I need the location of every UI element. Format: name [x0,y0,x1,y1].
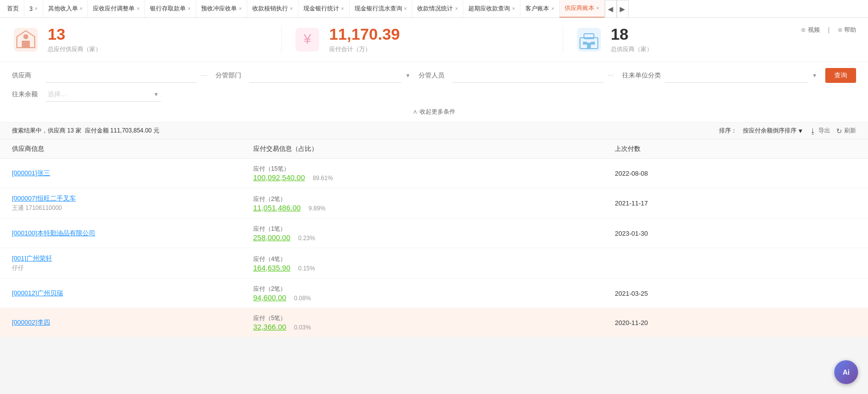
table-row: [000001]张三 应付（15笔） 100,092,540.00 89.61%… [0,159,868,188]
nav-tab-other-income[interactable]: 其他收入单 × [43,0,88,18]
filter-person-input[interactable] [452,68,603,83]
collapse-button[interactable]: ∧ 收起更多条件 [12,106,856,118]
payable-suppliers-label: 总应付供应商（家） [48,45,101,54]
sort-value: 按应付余额倒序排序 [743,127,796,135]
nav-tab-cash-stats-close[interactable]: × [341,6,344,11]
supplier-link-1[interactable]: [000001]张三 [12,169,253,178]
result-amount-label: 应付金额 [85,127,109,134]
sort-select[interactable]: 按应付余额倒序排序 ▼ [743,127,803,135]
filter-balance-select[interactable]: 选择... ▼ [46,87,161,102]
trans-percent-3: 0.23% [298,235,315,242]
nav-tab-cash-stats[interactable]: 现金银行统计 × [298,0,350,18]
export-icon: ⭳ [809,127,816,135]
supplier-info-3: [000100]本特勤油品有限公司 [12,229,253,238]
nav-tab-bank-deposit-close[interactable]: × [188,6,191,11]
nav-tab-collection-stats-label: 收款情况统计 [417,4,453,13]
trans-percent-4: 0.15% [298,265,315,272]
trans-amount-6[interactable]: 32,366.00 [253,323,287,331]
filter-category-input[interactable] [665,68,808,83]
filter-balance-label: 往来余额 [12,90,42,99]
nav-tab-customer-ledger[interactable]: 客户账本 × [520,0,560,18]
trans-amount-1[interactable]: 100,092,540.00 [253,173,305,182]
supplier-dots-icon[interactable]: ··· [201,71,207,80]
nav-tab-ar-ap-adjust-close[interactable]: × [137,6,140,11]
summary-bar: 13 总应付供应商（家） ¥ 11,170.39 应付合计（万） [0,18,868,62]
trans-amount-4[interactable]: 164,635.90 [253,263,290,272]
supplier-info-6: [000002]李四 [12,318,253,327]
last-pay-5: 2021-03-25 [615,290,856,297]
nav-tab-payment-exec-close[interactable]: × [290,6,293,11]
table-row: [000002]李四 应付（5笔） 32,366.00 0.03% 2020-1… [0,308,868,337]
supplier-link-5[interactable]: [000012]广州贝瑞 [12,289,253,298]
refresh-button[interactable]: ↻ 刷新 [836,127,856,135]
trans-amount-5[interactable]: 94,600.00 [253,293,287,302]
nav-tab-prepay-offset-close[interactable]: × [239,6,242,11]
summary-help: ⊙ 视频 ｜ ⊙ 帮助 [801,26,856,34]
nav-tab-3-label: 3 [29,5,33,12]
col-header-lastpay: 上次付数 [615,144,856,153]
nav-tab-customer-ledger-close[interactable]: × [551,6,554,11]
nav-tab-cash-stats-label: 现金银行统计 [303,4,339,13]
filter-dept-input[interactable] [249,68,402,83]
balance-chevron-icon[interactable]: ▼ [153,91,159,97]
svg-rect-9 [583,42,587,45]
help-link[interactable]: ⊙ 帮助 [838,26,856,34]
filter-supplier-label: 供应商 [12,71,42,80]
sort-label: 排序： [719,127,737,135]
nav-tab-cash-flow-close[interactable]: × [404,6,407,11]
dept-chevron-icon[interactable]: ▼ [405,72,411,78]
nav-tab-3-close[interactable]: × [35,6,38,11]
transaction-info-6: 应付（5笔） 32,366.00 0.03% [253,314,615,331]
category-chevron-icon[interactable]: ▼ [812,72,817,78]
nav-tab-prepay-offset[interactable]: 预收冲应收单 × [196,0,247,18]
search-button[interactable]: 查询 [825,68,856,83]
trans-amount-2[interactable]: 11,051,486.00 [253,203,301,212]
nav-tab-collection-stats[interactable]: 收款情况统计 × [412,0,463,18]
supplier-info-4: [001]广州荣轩 仔仔 [12,254,253,272]
trans-percent-2: 9.89% [308,205,325,212]
result-info: 搜索结果中，供应商 13 家 应付金额 111,703,854.00 元 [12,127,159,135]
nav-tab-overdue-query[interactable]: 超期应收款查询 × [463,0,520,18]
trans-amount-3[interactable]: 258,000.00 [253,233,290,242]
payable-total-text: 11,170.39 应付合计（万） [329,26,400,54]
video-link[interactable]: ⊙ 视频 [801,26,819,34]
transaction-info-4: 应付（4笔） 164,635.90 0.15% [253,255,615,272]
filter-supplier: 供应商 ··· [12,68,208,83]
person-dots-icon[interactable]: ··· [607,71,614,80]
supplier-link-2[interactable]: [000007]恒旺二手叉车 [12,194,253,203]
trans-label-6: 应付（5笔） [253,314,615,323]
export-button[interactable]: ⭳ 导出 [809,127,830,135]
nav-tab-home[interactable]: 首页 [2,0,24,18]
nav-tab-overdue-query-close[interactable]: × [512,6,515,11]
last-pay-3: 2023-01-30 [615,230,856,237]
nav-tab-ar-ap-adjust[interactable]: 应收应付调整单 × [88,0,145,18]
nav-tab-bank-deposit[interactable]: 银行存取款单 × [145,0,196,18]
supplier-link-4[interactable]: [001]广州荣轩 [12,254,253,263]
nav-tab-collection-stats-close[interactable]: × [455,6,458,11]
trans-label-2: 应付（2笔） [253,195,615,203]
filter-balance: 往来余额 选择... ▼ [12,87,161,102]
collapse-up-icon: ∧ [413,108,418,115]
supplier-info-1: [000001]张三 [12,169,253,178]
supplier-link-6[interactable]: [000002]李四 [12,318,253,327]
nav-tab-cash-flow[interactable]: 现金银行流水查询 × [350,0,413,18]
nav-tab-supplier-ledger-close[interactable]: × [596,5,599,11]
svg-text:¥: ¥ [303,31,311,47]
nav-right-arrow[interactable]: ▶ [617,0,629,18]
data-table: 供应商信息 应付交易信息（占比） 上次付数 [000001]张三 应付（15笔）… [0,139,868,337]
nav-tab-supplier-ledger[interactable]: 供应商账本 × [560,0,605,18]
nav-left-arrow[interactable]: ◀ [605,0,617,18]
filter-person: 分管人员 ··· [419,68,614,83]
filter-area: 供应商 ··· 分管部门 ▼ 分管人员 ··· 往来单位分类 ▼ 查询 往来余额… [0,62,868,123]
table-row: [000100]本特勤油品有限公司 应付（1笔） 258,000.00 0.23… [0,219,868,248]
result-amount-value: 111,703,854.00 [110,127,151,134]
help-separator: ｜ [826,26,832,34]
last-pay-2: 2021-11-17 [615,199,856,207]
transaction-info-5: 应付（2笔） 94,600.00 0.08% [253,285,615,302]
result-amount-suffix: 元 [153,127,159,134]
supplier-link-3[interactable]: [000100]本特勤油品有限公司 [12,229,253,238]
nav-tab-payment-exec[interactable]: 收款核销执行 × [247,0,298,18]
nav-tab-other-income-close[interactable]: × [80,6,83,11]
filter-supplier-input[interactable] [46,68,197,83]
nav-tab-3[interactable]: 3 × [24,0,43,18]
